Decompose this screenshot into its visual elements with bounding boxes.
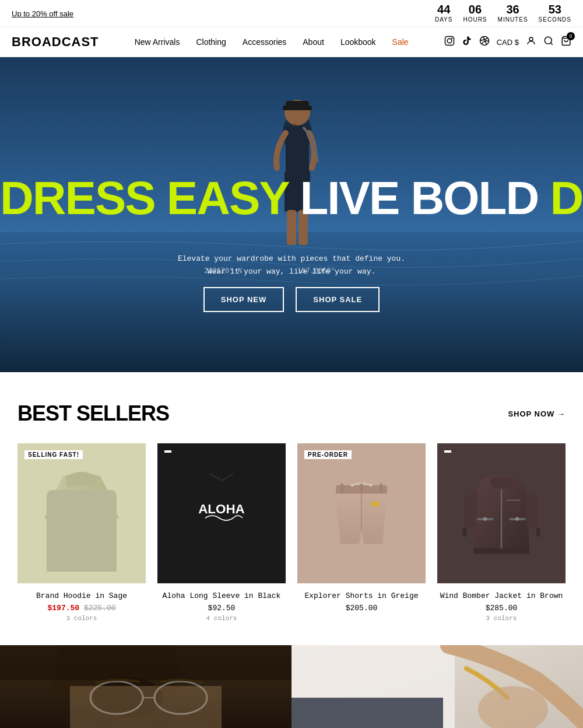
tiktok-icon[interactable] [462,36,472,49]
hero-subtitle-line2: Wear it your way, live life your way. [208,267,376,276]
promo-right[interactable] [292,645,583,728]
price-longsleeve: $92.50 [208,604,236,612]
product-card-bomber[interactable]: Wind Bomber Jacket in Brown $285.00 3 co… [437,443,566,622]
nav-item-clothing[interactable]: Clothing [196,37,226,47]
hero-subtitle-line1: Elevate your wardrobe with pieces that d… [178,254,405,263]
product-card-hoodie[interactable]: SELLING FAST! [17,443,146,622]
product-card-shorts[interactable]: PRE-ORDER [297,443,426,622]
product-price-longsleeve: $92.50 [157,604,286,612]
days-number: 44 [435,4,453,15]
bottom-promo [0,645,583,728]
product-name-longsleeve: Aloha Long Sleeve in Black [157,592,286,600]
hours-number: 06 [463,4,487,15]
svg-point-27 [370,484,373,487]
minutes-label: MINUTES [498,16,528,23]
countdown-timer: 44 DAYS 06 HOURS 36 MINUTES 53 SECONDS [435,4,571,23]
price-bomber: $285.00 [486,604,518,612]
svg-rect-50 [292,698,443,728]
product-colors-longsleeve: 4 colors [157,615,286,622]
product-name-bomber: Wind Bomber Jacket in Brown [437,592,566,600]
days-label: DAYS [435,16,453,23]
price-original-hoodie: $225.00 [84,604,116,612]
svg-point-26 [351,484,354,487]
product-image-longsleeve: ALOHA [157,443,286,583]
svg-rect-46 [70,686,222,728]
brand-logo[interactable]: BROADCAST [12,34,99,50]
price-shorts: $205.00 [346,604,378,612]
minutes-number: 36 [498,4,528,15]
promo-left[interactable] [0,645,292,728]
svg-line-6 [550,43,552,44]
countdown-hours: 06 HOURS [463,4,487,23]
nav-item-about[interactable]: About [303,37,324,47]
product-badge-preorder: PRE-ORDER [304,450,352,459]
product-name-hoodie: Brand Hoodie in Sage [17,592,146,600]
product-image-hoodie [17,443,146,583]
countdown-minutes: 36 MINUTES [498,4,528,23]
svg-rect-39 [536,527,540,537]
svg-rect-38 [463,527,466,537]
svg-rect-20 [68,530,96,546]
product-name-shorts: Explorer Shorts in Greige [297,592,426,600]
sale-announcement[interactable]: Up to 20% off sale [12,9,73,18]
hours-label: HOURS [463,16,487,23]
svg-point-1 [447,38,452,43]
svg-rect-36 [506,499,520,511]
account-icon[interactable] [526,36,536,49]
hero-buttons: SHOP NEW SHOP SALE [0,287,583,312]
svg-point-34 [483,517,487,520]
shop-now-link[interactable]: SHOP NOW → [508,410,566,418]
marquee-yellow-1: DRESS EASY [0,172,300,224]
svg-text:ALOHA: ALOHA [198,502,245,516]
product-image-bomber [437,443,566,583]
nav-item-lookbook[interactable]: Lookbook [340,37,376,47]
product-image-shorts [297,443,426,583]
hero-marquee-text: DRESS EASY LIVE BOLD DRESS EA [0,172,583,225]
hero-section: 212620° N 157.8060° DRESS EASY LIVE BOLD… [0,57,583,372]
product-badge-bomber [444,450,451,453]
countdown-seconds: 53 SECONDS [539,4,571,23]
product-colors-bomber: 3 colors [437,615,566,622]
shop-new-button[interactable]: SHOP NEW [203,287,285,312]
marquee-yellow-2: DRESS EA [550,172,583,224]
nav-links: New Arrivals Clothing Accessories About … [135,37,409,47]
navbar: BROADCAST New Arrivals Clothing Accessor… [0,27,583,57]
product-card-longsleeve[interactable]: ALOHA Aloha Long Sleeve in Black $92.50 … [157,443,286,622]
best-sellers-header: BEST SELLERS SHOP NOW → [17,401,566,426]
best-sellers-section: BEST SELLERS SHOP NOW → SELLING FAST! [0,372,583,645]
currency-selector[interactable]: CAD $ [497,38,519,47]
product-price-hoodie: $197.50 $225.00 [17,604,146,612]
hero-subtitle: Elevate your wardrobe with pieces that d… [0,253,583,278]
cart-button[interactable]: 0 [561,36,571,49]
seconds-label: SECONDS [539,16,571,23]
seconds-number: 53 [539,4,571,15]
svg-rect-0 [445,36,454,45]
product-badge-selling: SELLING FAST! [24,450,83,459]
marquee-white: LIVE BOLD [300,172,550,224]
shop-sale-button[interactable]: SHOP SALE [296,287,380,312]
svg-point-5 [545,37,552,44]
nav-icons: CAD $ 0 [444,36,571,49]
nav-item-new-arrivals[interactable]: New Arrivals [135,37,180,47]
svg-rect-25 [371,502,379,506]
social-icon-3[interactable] [479,36,490,49]
svg-point-35 [515,517,519,520]
product-colors-hoodie: 3 colors [17,615,146,622]
svg-point-2 [451,37,452,38]
product-price-bomber: $285.00 [437,604,566,612]
svg-rect-13 [286,101,309,108]
svg-rect-29 [380,484,382,493]
nav-item-accessories[interactable]: Accessories [243,37,286,47]
instagram-icon[interactable] [444,36,455,49]
product-badge-longsleeve [164,450,171,453]
svg-rect-30 [360,484,363,493]
svg-rect-28 [340,484,343,493]
svg-rect-40 [473,548,529,554]
hero-marquee: DRESS EASY LIVE BOLD DRESS EA [0,172,583,225]
svg-rect-47 [0,645,292,680]
svg-rect-14 [286,126,309,173]
nav-item-sale[interactable]: Sale [392,37,409,47]
search-icon[interactable] [543,36,554,49]
price-sale-hoodie: $197.50 [47,604,79,612]
svg-point-4 [529,37,533,41]
